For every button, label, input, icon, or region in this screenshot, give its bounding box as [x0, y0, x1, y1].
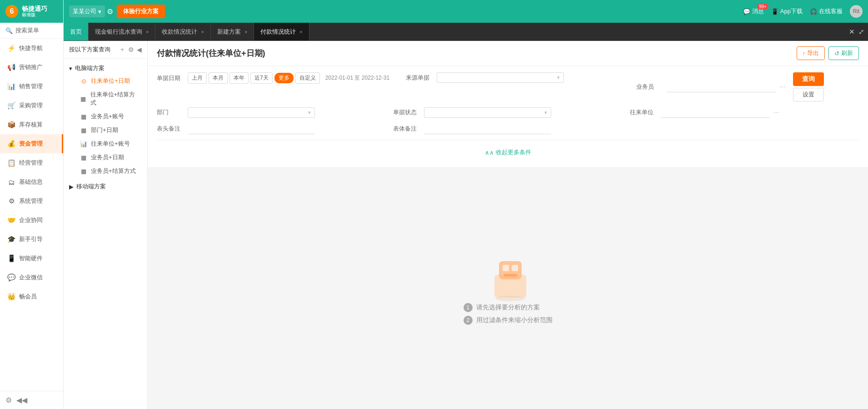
tab-cash-flow[interactable]: 现金银行流水查询×: [89, 23, 155, 40]
sidebar-item-operations[interactable]: 📋经营管理: [0, 153, 63, 172]
sidebar-bottom: ⚙ ◀◀: [0, 391, 63, 409]
tabbar-actions: ✕ ⤢: [845, 23, 868, 40]
schema-panel-header: 按以下方案查询 ＋ ⚙ ◀: [64, 41, 147, 59]
tab-label-receipt-stat: 收款情况统计: [162, 28, 197, 36]
source-chevron-icon: ▾: [557, 75, 560, 81]
setting-btn[interactable]: 设置: [793, 88, 824, 101]
staff-more-icon[interactable]: ···: [780, 83, 786, 91]
collapse-up-icon: ∧∧: [485, 149, 494, 156]
wechat-icon: 💬: [7, 273, 15, 282]
schema-panel: 按以下方案查询 ＋ ⚙ ◀ ▾ 电脑端方案 ⊙往来单位+日期▦往来单位+结算方式…: [64, 41, 148, 409]
query-btn[interactable]: 查询: [793, 72, 824, 86]
partner-more-icon[interactable]: ···: [773, 108, 779, 116]
sidebar-item-label: 营销推广: [19, 63, 43, 71]
collapse-conditions-btn[interactable]: ∧∧ 收起更多条件: [485, 144, 531, 161]
schema-item-staff-date[interactable]: ▦业务员+日期: [69, 151, 142, 164]
tab-new-schema[interactable]: 新建方案×: [211, 23, 254, 40]
sidebar-item-basic-info[interactable]: 🗂基础信息: [0, 172, 63, 192]
sidebar-item-system[interactable]: ⚙系统管理: [0, 192, 63, 211]
export-btn[interactable]: ↑ 导出: [797, 46, 825, 60]
date-range-text: 2022-01-01 至 2022-12-31: [325, 74, 389, 82]
desktop-group-title[interactable]: ▾ 电脑端方案: [69, 64, 142, 72]
member-icon: 👑: [7, 293, 15, 301]
schema-item-staff-account[interactable]: ▦业务员+账号: [69, 110, 142, 123]
tab-label-new-schema: 新建方案: [217, 28, 241, 36]
sidebar-item-inventory[interactable]: 📦库存核算: [0, 115, 63, 134]
schema-item-partner-date[interactable]: ⊙往来单位+日期: [69, 74, 142, 88]
sidebar-item-wechat[interactable]: 💬企业微信: [0, 268, 63, 287]
dept-label: 部门: [157, 108, 184, 116]
sidebar-item-marketing[interactable]: 📢营销推广: [0, 58, 63, 77]
sidebar-item-label: 库存核算: [19, 121, 43, 129]
tab-home[interactable]: 首页: [64, 23, 89, 40]
close-tab-payment-stat-icon[interactable]: ×: [299, 29, 302, 35]
sidebar-item-hardware[interactable]: 📱智能硬件: [0, 249, 63, 268]
svg-rect-3: [512, 265, 518, 271]
filter-form: 单据日期 上月 本月 本年 近7天 更多 自定义 2022-01-01 至 20…: [148, 66, 868, 168]
user-avatar[interactable]: Rit: [850, 5, 863, 18]
more-date-btn[interactable]: 更多: [274, 73, 294, 83]
online-service-btn[interactable]: 🎧 在线客服: [810, 7, 843, 15]
try-industry-btn[interactable]: 体验行业方案: [117, 5, 165, 18]
custom-date-btn[interactable]: 自定义: [295, 72, 320, 84]
collapse-sidebar-icon[interactable]: ◀◀: [16, 396, 27, 404]
this-month-btn[interactable]: 本月: [209, 72, 228, 84]
filter-row-3: 表头备注 表体备注: [157, 123, 859, 134]
schema-item-staff-settle[interactable]: ▦业务员+结算方式: [69, 164, 142, 178]
schema-label-staff-date: 业务员+日期: [91, 153, 124, 162]
topbar-gear-icon[interactable]: ⚙: [107, 7, 113, 16]
staff-label: 业务员: [636, 83, 663, 91]
close-tab-new-schema-icon[interactable]: ×: [244, 29, 247, 35]
voucher-status-chevron-icon: ▾: [544, 110, 547, 116]
sidebar-item-member[interactable]: 👑畅会员: [0, 287, 63, 306]
mobile-schema-group: ▶ 移动端方案: [64, 180, 147, 194]
tab-label-home: 首页: [70, 28, 82, 36]
sidebar-item-quick-nav[interactable]: ⚡快捷导航: [0, 39, 63, 58]
expand-icon[interactable]: ⤢: [858, 28, 864, 36]
topbar: 某某公司 ▾ ⚙ 体验行业方案 💬 消息 99+ 📱 App下载 🎧 在线客服 …: [64, 0, 868, 23]
sidebar-search[interactable]: 🔍 搜索菜单: [0, 23, 63, 39]
mobile-group-title[interactable]: ▶ 移动端方案: [69, 182, 142, 191]
source-select[interactable]: ▾: [437, 72, 564, 83]
schema-item-partner-settle[interactable]: ▦往来单位+结算方式: [69, 88, 142, 110]
sidebar: 6 畅捷通巧 标准版 🔍 搜索菜单 ⚡快捷导航📢营销推广📊销售管理🛒采购管理📦库…: [0, 0, 64, 409]
page-title: 付款情况统计(往来单位+日期): [157, 48, 797, 59]
sidebar-item-label: 企业协同: [19, 216, 43, 224]
schema-item-partner-account[interactable]: 📊往来单位+账号: [69, 137, 142, 151]
message-btn[interactable]: 💬 消息 99+: [743, 7, 764, 15]
tab-payment-stat[interactable]: 付款情况统计×: [254, 23, 309, 40]
body-note-input[interactable]: [424, 123, 551, 134]
settings-icon[interactable]: ⚙: [5, 396, 12, 404]
close-all-tabs-icon[interactable]: ✕: [849, 28, 855, 36]
search-icon: 🔍: [5, 27, 13, 34]
add-schema-icon[interactable]: ＋: [119, 45, 125, 54]
staff-input[interactable]: [667, 81, 776, 92]
last-month-btn[interactable]: 上月: [188, 72, 207, 84]
guide-icon: 🎓: [7, 235, 15, 243]
schema-settings-icon[interactable]: ⚙: [128, 46, 134, 53]
close-tab-receipt-stat-icon[interactable]: ×: [201, 29, 204, 35]
this-year-btn[interactable]: 本年: [229, 72, 249, 84]
schema-icon-partner-account: 📊: [80, 140, 87, 147]
company-selector[interactable]: 某某公司 ▾: [69, 5, 105, 17]
voucher-status-select[interactable]: ▾: [424, 107, 551, 118]
sidebar-item-sales[interactable]: 📊销售管理: [0, 77, 63, 96]
schema-label-staff-account: 业务员+账号: [91, 112, 124, 121]
collapse-panel-icon[interactable]: ◀: [137, 46, 142, 53]
sidebar-item-label: 畅会员: [19, 293, 37, 301]
sidebar-item-finance[interactable]: 💰资金管理: [0, 134, 63, 153]
schema-item-dept-date[interactable]: ▦部门+日期: [69, 123, 142, 137]
last-7-days-btn[interactable]: 近7天: [250, 72, 273, 84]
tab-receipt-stat[interactable]: 收款情况统计×: [155, 23, 210, 40]
dept-select[interactable]: ▾: [188, 107, 315, 118]
head-note-input[interactable]: [188, 123, 315, 134]
sidebar-item-corp[interactable]: 🤝企业协同: [0, 211, 63, 230]
partner-input[interactable]: [661, 107, 770, 118]
app-download-btn[interactable]: 📱 App下载: [771, 7, 803, 15]
form-header: 付款情况统计(往来单位+日期) ↑ 导出 ↺ 刷新: [148, 41, 868, 66]
close-tab-cash-flow-icon[interactable]: ×: [146, 29, 149, 35]
date-label: 单据日期: [157, 74, 184, 82]
refresh-btn[interactable]: ↺ 刷新: [828, 46, 859, 60]
sidebar-item-guide[interactable]: 🎓新手引导: [0, 230, 63, 249]
sidebar-item-purchase[interactable]: 🛒采购管理: [0, 96, 63, 115]
